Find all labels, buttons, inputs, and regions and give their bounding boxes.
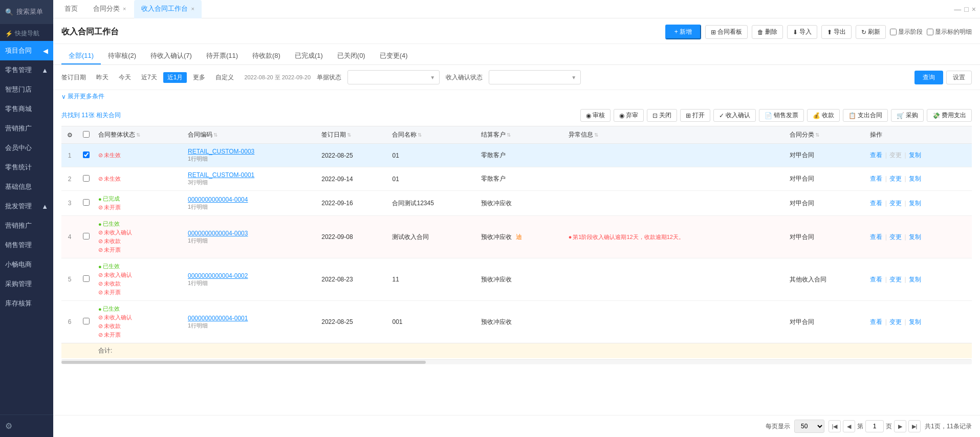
sidebar-item-basic-info[interactable]: 基础信息 bbox=[0, 177, 53, 196]
filter-tab-changed[interactable]: 已变更(4) bbox=[373, 48, 415, 64]
btn-close[interactable]: ⊡ 关闭 bbox=[647, 109, 677, 122]
row-checkbox[interactable] bbox=[83, 318, 90, 324]
new-button[interactable]: + 新增 bbox=[665, 25, 701, 39]
filter-tab-completed[interactable]: 已完成(1) bbox=[288, 48, 330, 64]
th-settings[interactable]: ⚙ bbox=[61, 126, 78, 144]
sidebar-item-project[interactable]: 项目合同 ◀ bbox=[0, 41, 53, 60]
sidebar-search[interactable]: 🔍 搜索菜单 bbox=[0, 0, 53, 24]
date-btn-7days[interactable]: 近7天 bbox=[137, 72, 161, 83]
filter-tab-pending-invoice[interactable]: 待开票(11) bbox=[199, 48, 245, 64]
export-button[interactable]: ⬆ 导出 bbox=[821, 25, 852, 39]
op-view[interactable]: 查看 bbox=[870, 175, 882, 182]
filter-tab-closed[interactable]: 已关闭(0) bbox=[330, 48, 373, 64]
btn-expense-contract[interactable]: 📋 支出合同 bbox=[843, 109, 888, 122]
dashboard-button[interactable]: ⊞ 合同看板 bbox=[705, 25, 748, 39]
contract-code-link[interactable]: 0000000000004-0002 bbox=[188, 272, 313, 279]
income-confirm-select[interactable]: ▼ bbox=[489, 70, 581, 84]
date-btn-custom[interactable]: 自定义 bbox=[211, 72, 238, 83]
tab-income-contract-close[interactable]: × bbox=[191, 6, 194, 12]
op-change[interactable]: 变更 bbox=[889, 318, 902, 325]
row-checkbox[interactable] bbox=[83, 151, 90, 158]
show-details-checkbox-label[interactable]: 显示标的明细 bbox=[927, 28, 972, 36]
op-copy[interactable]: 复制 bbox=[909, 151, 921, 159]
tab-minimize-icon[interactable]: — bbox=[954, 5, 961, 13]
op-change[interactable]: 变更 bbox=[889, 175, 902, 182]
op-copy[interactable]: 复制 bbox=[909, 233, 921, 241]
delete-button[interactable]: 🗑 删除 bbox=[752, 25, 783, 39]
row-checkbox[interactable] bbox=[83, 199, 90, 206]
btn-purchase[interactable]: 🛒 采购 bbox=[891, 109, 924, 122]
refresh-button[interactable]: ↻ 刷新 bbox=[856, 25, 886, 39]
op-view[interactable]: 查看 bbox=[870, 200, 882, 207]
tab-contract-cat[interactable]: 合同分类 × bbox=[86, 0, 133, 18]
import-button[interactable]: ⬇ 导入 bbox=[787, 25, 817, 39]
btn-income-confirm[interactable]: ✓ 收入确认 bbox=[713, 109, 756, 122]
page-first-btn[interactable]: |◀ bbox=[829, 420, 841, 432]
op-copy[interactable]: 复制 bbox=[909, 276, 921, 283]
contract-code-link[interactable]: 0000000000004-0001 bbox=[188, 315, 313, 322]
contract-code-link[interactable]: 0000000000004-0004 bbox=[188, 196, 313, 203]
sidebar-item-marketing2[interactable]: 营销推广 bbox=[0, 216, 53, 235]
filter-setting-button[interactable]: 设置 bbox=[946, 71, 972, 84]
sidebar-item-member[interactable]: 会员中心 bbox=[0, 138, 53, 158]
date-btn-1month[interactable]: 近1月 bbox=[163, 72, 187, 83]
op-view[interactable]: 查看 bbox=[870, 233, 882, 241]
contract-code-link[interactable]: 0000000000004-0003 bbox=[188, 230, 313, 237]
op-change[interactable]: 变更 bbox=[889, 276, 902, 283]
doc-status-select[interactable]: ▼ bbox=[347, 70, 440, 84]
sidebar-item-stock[interactable]: 库存核算 bbox=[0, 294, 53, 313]
contract-code-link[interactable]: RETAIL_CUSTOM-0001 bbox=[188, 171, 313, 179]
tab-home[interactable]: 首页 bbox=[57, 0, 85, 18]
filter-tab-pending-review[interactable]: 待审核(2) bbox=[101, 48, 143, 64]
tab-close-icon[interactable]: × bbox=[972, 5, 976, 13]
filter-tab-pending-receipt[interactable]: 待收款(8) bbox=[245, 48, 288, 64]
page-next-btn[interactable]: ▶ bbox=[894, 420, 906, 432]
sidebar-item-sales[interactable]: 销售管理 bbox=[0, 235, 53, 255]
sidebar-item-retail-mall[interactable]: 零售商城 bbox=[0, 99, 53, 119]
op-copy[interactable]: 复制 bbox=[909, 318, 921, 325]
date-btn-more[interactable]: 更多 bbox=[189, 72, 209, 83]
row-checkbox[interactable] bbox=[83, 175, 90, 182]
tab-maximize-icon[interactable]: □ bbox=[964, 5, 968, 13]
sidebar-item-marketing[interactable]: 营销推广 bbox=[0, 119, 53, 138]
sidebar-nav[interactable]: ⚡ 快捷导航 bbox=[0, 24, 53, 41]
filter-tab-all[interactable]: 全部(11) bbox=[61, 48, 101, 64]
date-btn-yesterday[interactable]: 昨天 bbox=[92, 72, 113, 83]
show-details-checkbox[interactable] bbox=[927, 29, 933, 35]
tab-contract-cat-close[interactable]: × bbox=[123, 6, 126, 12]
btn-expense[interactable]: 💸 费用支出 bbox=[927, 109, 972, 122]
page-size-select[interactable]: 50 10 20 100 bbox=[794, 420, 824, 433]
sidebar-item-xiaochangec[interactable]: 小畅电商 bbox=[0, 255, 53, 274]
btn-review[interactable]: ◉ 审核 bbox=[580, 109, 611, 122]
row-checkbox[interactable] bbox=[83, 275, 90, 282]
filter-tab-pending-income-confirm[interactable]: 待收入确认(7) bbox=[143, 48, 199, 64]
sidebar-item-purchase[interactable]: 采购管理 bbox=[0, 274, 53, 294]
btn-abandon-review[interactable]: ◉ 弃审 bbox=[614, 109, 644, 122]
settings-icon[interactable]: ⚙ bbox=[5, 422, 12, 430]
contract-code-link[interactable]: RETAIL_CUSTOM-0003 bbox=[188, 148, 313, 155]
btn-open[interactable]: ⊞ 打开 bbox=[680, 109, 710, 122]
btn-sales-invoice[interactable]: 📄 销售发票 bbox=[759, 109, 804, 122]
sidebar-item-smart-store[interactable]: 智慧门店 bbox=[0, 80, 53, 99]
show-stages-checkbox-label[interactable]: 显示阶段 bbox=[890, 28, 923, 36]
horizontal-scrollbar[interactable] bbox=[61, 359, 972, 364]
page-last-btn[interactable]: ▶| bbox=[908, 420, 921, 432]
op-copy[interactable]: 复制 bbox=[909, 175, 921, 182]
op-change[interactable]: 变更 bbox=[889, 200, 902, 207]
date-btn-today[interactable]: 今天 bbox=[115, 72, 135, 83]
sidebar-item-wholesale[interactable]: 批发管理 ▲ bbox=[0, 196, 53, 216]
op-copy[interactable]: 复制 bbox=[909, 200, 921, 207]
sidebar-item-retail-stat[interactable]: 零售统计 bbox=[0, 158, 53, 177]
tab-income-contract[interactable]: 收入合同工作台 × bbox=[134, 0, 201, 18]
scrollbar-thumb[interactable] bbox=[61, 361, 426, 364]
op-view[interactable]: 查看 bbox=[870, 318, 882, 325]
row-checkbox[interactable] bbox=[83, 233, 90, 239]
page-number-input[interactable] bbox=[865, 420, 884, 432]
btn-receipt[interactable]: 💰 收款 bbox=[807, 109, 840, 122]
op-view[interactable]: 查看 bbox=[870, 276, 882, 283]
page-prev-btn[interactable]: ◀ bbox=[843, 420, 855, 432]
show-stages-checkbox[interactable] bbox=[890, 29, 897, 35]
select-all-checkbox[interactable] bbox=[83, 131, 90, 138]
op-change[interactable]: 变更 bbox=[889, 233, 902, 241]
sidebar-item-retail-mgmt[interactable]: 零售管理 ▲ bbox=[0, 60, 53, 80]
